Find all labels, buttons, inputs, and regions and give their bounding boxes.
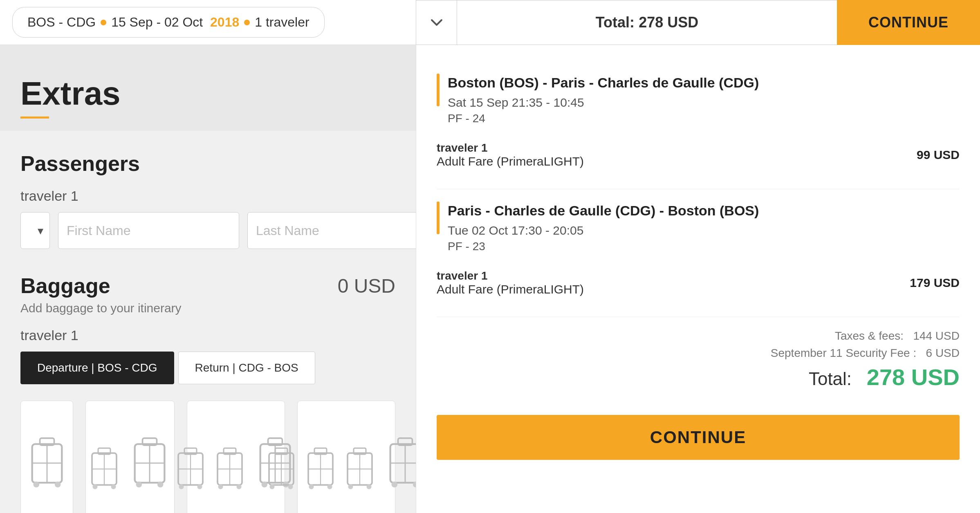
fare-price-1: 99 USD [917, 148, 960, 162]
tab-return[interactable]: Return | CDG - BOS [178, 352, 315, 384]
svg-point-23 [197, 484, 202, 489]
top-right-header: Total: 278 USD CONTINUE [416, 0, 980, 45]
baggage-title: Baggage [20, 273, 110, 298]
total-amount-header: 278 USD [639, 14, 698, 31]
segment-2-info: Paris - Charles de Gaulle (CDG) - Boston… [448, 202, 759, 253]
svg-point-46 [309, 484, 314, 489]
segment-2-title: Paris - Charles de Gaulle (CDG) - Boston… [448, 202, 759, 220]
traveler-baggage-label: traveler 1 [20, 327, 395, 343]
taxes-row: Taxes & fees: 144 USD [437, 329, 960, 343]
traveler-fare-row-1: traveler 1 Adult Fare (PrimeraLIGHT) 99 … [437, 133, 960, 177]
svg-point-41 [288, 484, 293, 489]
svg-point-4 [33, 482, 39, 488]
trip-route: BOS - CDG [27, 15, 96, 30]
luggage-option-0[interactable] [20, 401, 73, 513]
flight-segment-1: Boston (BOS) - Paris - Charles de Gaulle… [437, 61, 960, 189]
title-select-wrapper: Mr Mrs Ms Dr ▾ [20, 212, 50, 249]
continue-button-top[interactable]: CONTINUE [837, 0, 980, 45]
right-panel: Boston (BOS) - Paris - Charles de Gaulle… [416, 45, 980, 513]
baggage-subtitle: Add baggage to your itinerary [20, 301, 395, 315]
segment-2-pf: PF - 23 [448, 240, 759, 253]
traveler-2-fare-label: traveler 1 [437, 269, 584, 282]
svg-point-28 [218, 484, 223, 489]
flight-segment-2: Paris - Charles de Gaulle (CDG) - Boston… [437, 189, 960, 317]
yellow-bar-2 [437, 202, 440, 234]
passengers-title: Passengers [20, 151, 395, 176]
svg-point-16 [136, 482, 142, 488]
svg-point-52 [348, 484, 353, 489]
luggage-options [20, 401, 395, 513]
segment-1-time: Sat 15 Sep 21:35 - 10:45 [448, 96, 759, 110]
extras-title: Extras [20, 77, 395, 110]
svg-point-40 [270, 484, 275, 489]
baggage-section: Baggage 0 USD Add baggage to your itiner… [0, 261, 416, 513]
fare-type-1: Adult Fare (PrimeraLIGHT) [437, 155, 584, 168]
luggage-group-3 [263, 429, 430, 495]
luggage-option-3[interactable] [297, 401, 395, 513]
fare-price-2: 179 USD [910, 276, 960, 290]
svg-point-58 [392, 482, 398, 488]
segment-1-title: Boston (BOS) - Paris - Charles de Gaulle… [448, 74, 759, 92]
svg-point-11 [111, 484, 116, 489]
segment-1-info: Boston (BOS) - Paris - Charles de Gaulle… [448, 74, 759, 125]
svg-point-47 [327, 484, 332, 489]
summary-totals: Taxes & fees: 144 USD September 11 Secur… [437, 317, 960, 415]
baggage-tabs: Departure | BOS - CDG Return | CDG - BOS [20, 352, 395, 384]
luggage-group-1 [86, 429, 174, 495]
last-name-input[interactable] [247, 212, 428, 249]
total-row: Total: 278 USD [437, 364, 960, 390]
baggage-price: 0 USD [338, 275, 395, 297]
trip-travelers: 1 traveler [255, 15, 309, 30]
yellow-bar-1 [437, 74, 440, 106]
security-fee-row: September 11 Security Fee : 6 USD [437, 347, 960, 360]
trip-dates: 15 Sep - 02 Oct 2018 [111, 15, 239, 30]
traveler-fare-row-2: traveler 1 Adult Fare (PrimeraLIGHT) 179… [437, 261, 960, 305]
trip-info-pill: BOS - CDG 15 Sep - 02 Oct 2018 1 travele… [12, 7, 325, 38]
svg-point-10 [93, 484, 98, 489]
extras-header: Extras [0, 45, 416, 131]
passengers-section: Passengers traveler 1 Mr Mrs Ms Dr ▾ [0, 131, 416, 261]
baggage-header: Baggage 0 USD [20, 273, 395, 298]
fare-type-2: Adult Fare (PrimeraLIGHT) [437, 282, 584, 296]
svg-point-29 [237, 484, 242, 489]
collapse-button[interactable] [416, 0, 457, 45]
segment-1-route: Boston (BOS) - Paris - Charles de Gaulle… [437, 74, 960, 125]
tab-departure[interactable]: Departure | BOS - CDG [20, 352, 174, 384]
dot-2 [244, 20, 250, 25]
svg-point-53 [367, 484, 372, 489]
extras-underline [20, 116, 49, 119]
traveler-fare-info-2: traveler 1 Adult Fare (PrimeraLIGHT) [437, 269, 584, 296]
dot-1 [101, 20, 106, 25]
traveler-fare-info-1: traveler 1 Adult Fare (PrimeraLIGHT) [437, 141, 584, 168]
total-amount-bottom: 278 USD [867, 364, 960, 390]
title-select[interactable]: Mr Mrs Ms Dr [20, 212, 50, 249]
segment-2-route: Paris - Charles de Gaulle (CDG) - Boston… [437, 202, 960, 253]
svg-point-17 [157, 482, 164, 488]
total-display: Total: 278 USD [457, 0, 837, 45]
luggage-option-1[interactable] [85, 401, 175, 513]
traveler-1-fare-label: traveler 1 [437, 141, 584, 155]
continue-button-bottom[interactable]: CONTINUE [437, 415, 960, 460]
main-content: Extras Passengers traveler 1 Mr Mrs Ms D… [0, 45, 980, 513]
segment-1-pf: PF - 24 [448, 112, 759, 125]
traveler-1-label: traveler 1 [20, 188, 395, 204]
passenger-form-row: Mr Mrs Ms Dr ▾ [20, 212, 395, 249]
svg-point-22 [179, 484, 184, 489]
left-panel: Extras Passengers traveler 1 Mr Mrs Ms D… [0, 45, 416, 513]
segment-2-time: Tue 02 Oct 17:30 - 20:05 [448, 224, 759, 237]
total-label: Total: [596, 14, 635, 31]
svg-point-5 [54, 482, 61, 488]
first-name-input[interactable] [58, 212, 239, 249]
